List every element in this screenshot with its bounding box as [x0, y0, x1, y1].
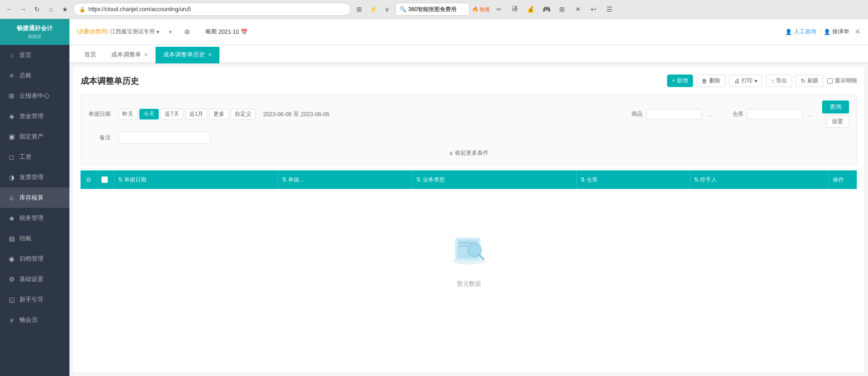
sidebar-nav: ⌂ 首页 ≡ 总账 ⊞ 云报表中心 ◈ 资金管理 ▣ 固定资产 ◻ 工资	[0, 45, 69, 376]
sidebar-logo: 畅捷通好会计 旗舰版	[0, 19, 69, 45]
query-button[interactable]: 查询	[822, 100, 849, 113]
sidebar-item-label: 资金管理	[19, 112, 44, 120]
export-button[interactable]: ↑ 导出	[766, 75, 792, 87]
game-icon[interactable]: 🎮	[540, 3, 553, 16]
sidebar-item-home[interactable]: ⌂ 首页	[0, 45, 69, 65]
calendar-icon: 📅	[241, 29, 248, 35]
refresh-button[interactable]: ↻	[31, 4, 43, 15]
sidebar-item-fixed-assets[interactable]: ▣ 固定资产	[0, 126, 69, 147]
back-button[interactable]: ←	[4, 4, 15, 15]
warehouse-select[interactable]	[747, 109, 803, 119]
show-columns-checkbox[interactable]	[827, 78, 833, 84]
th-handler[interactable]: ⇅ 经手人	[690, 170, 829, 189]
org-dropdown-icon: ▾	[156, 29, 159, 35]
tab-cost-adjust[interactable]: 成本调整单 ✕	[104, 47, 156, 63]
scissors-icon[interactable]: ✂	[493, 3, 506, 16]
new-button[interactable]: + 新增	[667, 75, 693, 87]
browser-chrome: ← → ↻ ⌂ ★ 🔒 https://cloud.chanjet.com/ac…	[0, 0, 868, 19]
sidebar-item-fund[interactable]: ◈ 资金管理	[0, 106, 69, 126]
sidebar-item-tax[interactable]: ◈ 税务管理	[0, 208, 69, 228]
tab-home[interactable]: 首页	[77, 47, 104, 63]
add-org-button[interactable]: ＋	[165, 26, 176, 38]
date-option-custom[interactable]: 自定义	[231, 109, 256, 119]
print-icon: 🖨	[734, 78, 740, 84]
sidebar-item-guide[interactable]: ◱ 新手引导	[0, 289, 69, 310]
collapse-button[interactable]: ∧ 收起更多条件	[88, 147, 849, 159]
select-all-checkbox[interactable]	[101, 176, 108, 183]
th-doc-no[interactable]: ⇅ 单据...	[278, 170, 412, 189]
home-button[interactable]: ⌂	[45, 4, 56, 15]
sidebar-item-base-settings[interactable]: ⚙ 基础设置	[0, 269, 69, 289]
sidebar-item-archive[interactable]: ◉ 归档管理	[0, 249, 69, 269]
app-container: 畅捷通好会计 旗舰版 ⌂ 首页 ≡ 总账 ⊞ 云报表中心 ◈ 资金管理 ▣ 固定…	[0, 19, 868, 376]
print-dropdown[interactable]: 🖨 打印 ▾	[729, 75, 762, 87]
hot-search[interactable]: 🔥 热搜	[472, 6, 490, 13]
period-selector[interactable]: 账期 2021-10 📅	[206, 28, 248, 36]
tab-cost-adjust-close-icon[interactable]: ✕	[144, 52, 148, 58]
date-option-yesterday[interactable]: 昨天	[118, 109, 137, 119]
sidebar-item-inventory[interactable]: ⌂ 库存核算	[0, 188, 69, 208]
tab-cost-adjust-history-close-icon[interactable]: ✕	[208, 52, 212, 58]
product-select[interactable]	[646, 109, 702, 119]
date-range: 2023-06-06 至 2023-06-06	[263, 110, 329, 118]
search-bar[interactable]: 🔍 360智能抠图免费用	[395, 3, 469, 16]
org-settings-button[interactable]: ⚙	[181, 26, 193, 38]
date-option-1month[interactable]: 近1月	[185, 109, 208, 119]
th-check[interactable]	[97, 170, 114, 189]
th-warehouse[interactable]: ⇅ 仓库	[576, 170, 690, 189]
grid-icon[interactable]: ⊞	[556, 3, 568, 16]
period-label: 账期	[206, 28, 217, 36]
th-settings[interactable]: ⚙	[81, 170, 97, 189]
lightning-button[interactable]: ⚡	[368, 4, 379, 15]
date-option-7days[interactable]: 近7天	[161, 109, 183, 119]
member-icon: ∨	[7, 316, 16, 324]
guide-icon: ◱	[7, 296, 16, 303]
show-columns-toggle[interactable]: 显示明细	[827, 77, 857, 85]
fixed-assets-icon: ▣	[7, 133, 16, 140]
period-value: 2021-10	[219, 29, 239, 35]
filter-settings-button[interactable]: 设置	[826, 115, 849, 128]
warehouse-more-icon[interactable]: ...	[806, 111, 815, 118]
date-option-more[interactable]: 更多	[209, 109, 229, 119]
translate-icon[interactable]: 译	[508, 3, 521, 16]
th-biz-type[interactable]: ⇅ 业务类型	[412, 170, 576, 189]
tax-icon: ◈	[7, 214, 16, 222]
delete-button[interactable]: 🗑 删除	[697, 75, 725, 87]
refresh-button[interactable]: ↻ 刷新	[796, 75, 824, 87]
table-settings-icon[interactable]: ⚙	[84, 175, 93, 184]
svg-rect-7	[459, 245, 468, 247]
brightness-icon[interactable]: ☀	[571, 3, 584, 16]
sidebar-item-label: 固定资产	[19, 132, 44, 141]
sidebar-item-invoice[interactable]: ◑ 发票管理	[0, 167, 69, 188]
sidebar-item-member[interactable]: ∨ 畅会员	[0, 310, 69, 330]
user-menu[interactable]: 👤 徐泽华	[824, 28, 849, 36]
menu-icon[interactable]: ☰	[603, 3, 616, 16]
sidebar-item-settlement[interactable]: ▤ 结账	[0, 228, 69, 249]
undo-icon[interactable]: ↩	[587, 3, 600, 16]
date-to: 2023-06-06	[301, 111, 329, 118]
sidebar-item-salary[interactable]: ◻ 工资	[0, 147, 69, 167]
date-from: 2023-06-06	[263, 111, 291, 118]
date-option-today[interactable]: 今天	[139, 109, 159, 119]
remark-input[interactable]	[118, 132, 211, 144]
service-button[interactable]: 👤 人工咨询	[785, 28, 816, 36]
extensions-button[interactable]: ⊞	[354, 4, 365, 15]
sidebar-item-cloud-report[interactable]: ⊞ 云报表中心	[0, 86, 69, 106]
sidebar-item-general-ledger[interactable]: ≡ 总账	[0, 65, 69, 86]
th-doc-date[interactable]: ⇅ 单据日期	[114, 170, 278, 189]
more-tools-button[interactable]: ∨	[381, 4, 393, 15]
bookmark-button[interactable]: ★	[59, 4, 70, 15]
window-close-button[interactable]: ✕	[855, 27, 861, 36]
sidebar-item-label: 工资	[19, 153, 31, 161]
url-bar[interactable]: 🔒 https://cloud.chanjet.com/accounting/u…	[73, 3, 351, 16]
th-doc-no-label: ⇅ 单据...	[282, 176, 304, 183]
forward-button[interactable]: →	[18, 4, 29, 15]
product-more-icon[interactable]: ...	[706, 111, 714, 118]
org-selector[interactable]: (勿删勿禁用) 江西服宝测试专用 ▾	[77, 28, 159, 36]
sidebar-item-label: 首页	[19, 51, 31, 59]
collapse-label: 收起更多条件	[455, 149, 488, 157]
filter-row-date: 单据日期 昨天 今天 近7天 近1月 更多 自定义 2023-06-06 至 2…	[88, 100, 849, 128]
archive-icon: ◉	[7, 255, 16, 263]
tab-cost-adjust-history[interactable]: 成本调整单历史 ✕	[156, 47, 219, 63]
wallet-icon[interactable]: 💰	[524, 3, 537, 16]
